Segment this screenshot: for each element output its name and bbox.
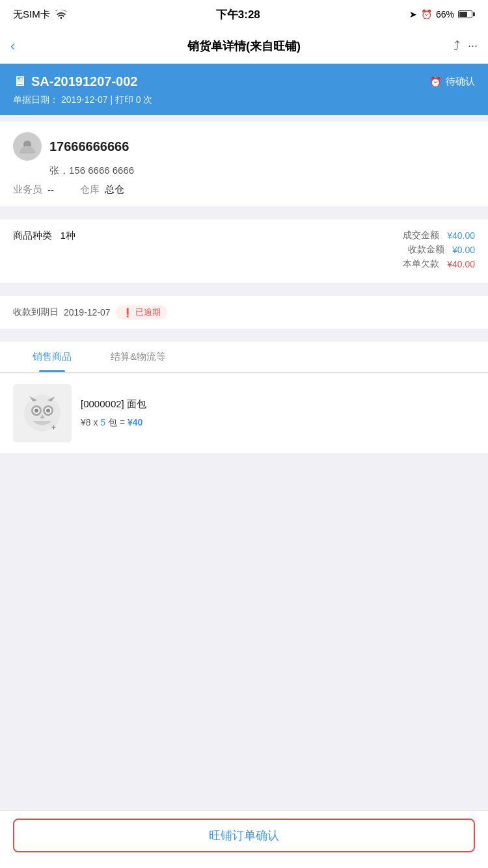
nav-bar: ‹ 销货单详情(来自旺铺) ⤴ ··· [0, 29, 488, 64]
carrier-text: 无SIM卡 [13, 8, 50, 21]
order-header: 🖥 SA-20191207-002 ⏰ 待确认 单据日期： 2019-12-07… [0, 64, 488, 115]
equals-sign: = [120, 417, 128, 427]
salesperson-item: 业务员 -- [13, 183, 54, 196]
status-right: ➤ ⏰ 66% [409, 9, 475, 20]
summary-left: 商品种类 1种 [13, 230, 75, 242]
warehouse-label: 仓库 [80, 183, 100, 196]
product-item: + [0000002] 面包 ¥8 x 5 包 = ¥40 [0, 373, 488, 453]
total-price: ¥40 [128, 417, 142, 427]
warehouse-value: 总仓 [105, 183, 124, 196]
order-icon: 🖥 [13, 74, 26, 89]
overdue-badge: ❗ 已逾期 [116, 305, 167, 319]
svg-point-6 [34, 409, 38, 413]
nav-title: 销货单详情(来自旺铺) [49, 38, 439, 54]
tab-products[interactable]: 销售商品 [13, 342, 91, 372]
product-image: + [23, 394, 62, 433]
order-id: 🖥 SA-20191207-002 [13, 74, 137, 89]
confirm-button[interactable]: 旺铺订单确认 [13, 819, 475, 852]
collect-label: 收款金额 [408, 244, 444, 256]
owe-amount: ¥40.00 [447, 259, 475, 269]
more-icon[interactable]: ··· [468, 39, 478, 53]
status-bar: 无SIM卡 下午3:28 ➤ ⏰ 66% [0, 0, 488, 29]
due-section: 收款到期日 2019-12-07 ❗ 已逾期 [0, 296, 488, 329]
share-icon[interactable]: ⤴ [454, 38, 460, 53]
summary-row-collect: 收款金额 ¥0.00 [403, 244, 475, 256]
quantity: 5 [100, 417, 105, 427]
product-title: 面包 [127, 398, 146, 409]
customer-name: 张，156 6666 6666 [49, 165, 475, 177]
tabs-container: 销售商品 结算&物流等 [0, 342, 488, 373]
user-icon [19, 138, 36, 155]
order-status: ⏰ 待确认 [429, 75, 475, 88]
divider-3 [0, 329, 488, 335]
overdue-text: 已逾期 [135, 306, 161, 318]
summary-row-deal: 成交金额 ¥40.00 [403, 230, 475, 241]
location-icon: ➤ [409, 9, 417, 20]
owe-label: 本单欠款 [403, 258, 439, 270]
product-name: [0000002] 面包 [81, 398, 475, 411]
product-type-label: 商品种类 [13, 230, 52, 241]
print-text: | 打印 0 次 [110, 94, 152, 105]
product-thumbnail: + [13, 384, 72, 442]
tabs: 销售商品 结算&物流等 [0, 342, 488, 372]
customer-phone: 17666666666 [49, 139, 129, 154]
nav-back[interactable]: ‹ [10, 38, 49, 55]
battery-percent: 66% [436, 9, 454, 20]
order-date: 单据日期： 2019-12-07 | 打印 0 次 [13, 94, 475, 106]
wifi-icon [55, 10, 67, 19]
alarm-icon: ⏰ [421, 9, 432, 20]
tab-products-label: 销售商品 [33, 351, 72, 362]
bottom-bar: 旺铺订单确认 [0, 810, 488, 868]
deal-label: 成交金额 [403, 230, 439, 241]
tab-settlement[interactable]: 结算&物流等 [91, 342, 185, 372]
unit-price: ¥8 [81, 417, 91, 427]
nav-actions: ⤴ ··· [439, 38, 478, 53]
date-label: 单据日期： [13, 94, 59, 105]
collect-amount: ¥0.00 [452, 245, 475, 255]
product-type-value: 1种 [61, 230, 75, 241]
customer-meta: 业务员 -- 仓库 总仓 [13, 183, 475, 196]
salesperson-label: 业务员 [13, 183, 42, 196]
order-date-value: 2019-12-07 [61, 94, 108, 105]
due-date-label: 收款到期日 [13, 306, 59, 318]
summary-row-owe: 本单欠款 ¥40.00 [403, 258, 475, 270]
summary-right: 成交金额 ¥40.00 收款金额 ¥0.00 本单欠款 ¥40.00 [403, 230, 475, 273]
status-clock-icon: ⏰ [429, 76, 442, 88]
product-info: [0000002] 面包 ¥8 x 5 包 = ¥40 [81, 398, 475, 429]
status-time: 下午3:28 [216, 7, 260, 22]
deal-amount: ¥40.00 [447, 230, 475, 241]
confirm-button-label: 旺铺订单确认 [209, 828, 279, 843]
status-left: 无SIM卡 [13, 8, 67, 21]
customer-top: 17666666666 [13, 132, 475, 161]
bottom-spacer [0, 453, 488, 531]
order-id-text: SA-20191207-002 [31, 74, 137, 89]
unit: 包 [108, 417, 117, 427]
customer-section: 17666666666 张，156 6666 6666 业务员 -- 仓库 总仓 [0, 122, 488, 206]
divider-2 [0, 283, 488, 290]
divider-1 [0, 206, 488, 213]
order-header-top: 🖥 SA-20191207-002 ⏰ 待确认 [13, 74, 475, 89]
tab-settlement-label: 结算&物流等 [111, 351, 166, 362]
battery-icon [458, 10, 475, 18]
order-status-text: 待确认 [446, 75, 475, 88]
svg-text:+: + [51, 423, 56, 432]
avatar [13, 132, 42, 161]
overdue-icon: ❗ [122, 308, 133, 318]
product-code: [0000002] [81, 398, 124, 409]
svg-point-7 [46, 409, 50, 413]
due-date-value: 2019-12-07 [64, 307, 111, 318]
product-price: ¥8 x 5 包 = ¥40 [81, 417, 475, 429]
warehouse-item: 仓库 总仓 [80, 183, 124, 196]
back-chevron[interactable]: ‹ [10, 38, 15, 55]
summary-section: 商品种类 1种 成交金额 ¥40.00 收款金额 ¥0.00 本单欠款 ¥40.… [0, 219, 488, 283]
product-section: + [0000002] 面包 ¥8 x 5 包 = ¥40 [0, 373, 488, 453]
multiply-sign: x [93, 417, 100, 427]
salesperson-value: -- [47, 184, 54, 195]
